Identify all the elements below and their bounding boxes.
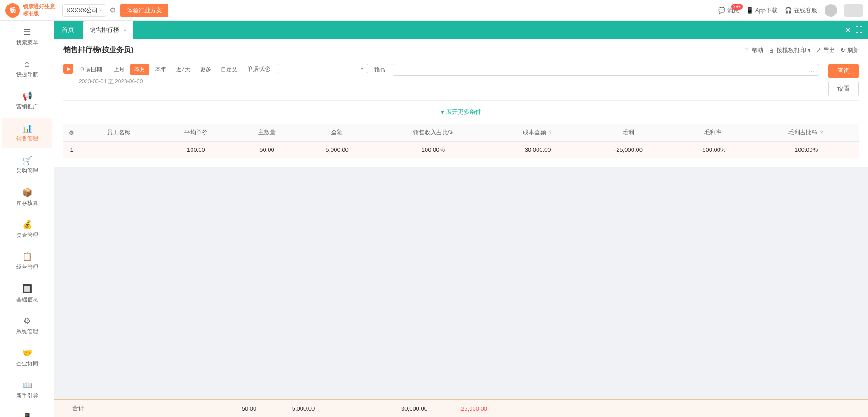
print-chevron-icon: ▾ [808,47,811,53]
status-filter-label: 单据状态 [247,65,270,73]
col-gross: 毛利 [585,124,672,142]
logo-text: 畅康通好生意 标准版 [23,3,55,17]
page-actions: ？ 帮助 🖨 按模板打印 ▾ ↗ 导出 [744,46,859,54]
money-icon: 💰 [22,220,32,230]
app-icon: 📱 [22,412,32,417]
total-label: 合计 [72,404,109,412]
help-button[interactable]: ？ 帮助 [744,46,763,54]
handshake-icon: 🤝 [22,348,32,358]
expand-more-button[interactable]: ▾ 展开更多条件 [441,108,481,116]
col-settings[interactable]: ⚙ [63,124,80,142]
company-selector[interactable]: XXXXX公司 ▾ [62,4,106,17]
online-service-button[interactable]: 🎧 在线客服 [785,6,817,14]
sidebar-item-guide[interactable]: 📖 新手引导 [2,375,52,405]
sidebar-item-marketing[interactable]: 📢 营销推广 [2,86,52,116]
tab-home[interactable]: 首页 [54,21,82,39]
goods-filter-group: 商品 ... [374,64,819,76]
sidebar-item-system[interactable]: ⚙ 系统管理 [2,311,52,341]
sidebar-label-guide: 新手引导 [16,392,38,400]
status-chevron-icon: ▾ [361,66,363,71]
page-header: 销售排行榜(按业务员) ？ 帮助 🖨 按模板打印 ▾ [54,39,868,59]
cell-name [80,142,157,158]
page-title: 销售排行榜(按业务员) [63,45,134,55]
sidebar-item-appstore[interactable]: 📱 应用中心 [2,407,52,417]
clipboard-icon: 📋 [22,252,32,262]
maximize-icon[interactable]: ⛶ [855,26,863,34]
date-filter-group: 单据日期 上月 本月 本年 近7天 更多 自定义 [79,64,241,86]
goods-input[interactable]: ... [393,64,819,76]
date-tab-custom[interactable]: 自定义 [217,64,241,75]
grosspct-help-icon[interactable]: ？ [819,129,824,136]
cell-revenue-pct: 100.00% [375,142,491,158]
sidebar-item-enterprise[interactable]: 🤝 企业协同 [2,343,52,373]
search-icon: ☰ [24,27,31,37]
table-wrapper: ⚙ 员工名称 平均单价 主数量 全额 销售收入占比% 成本全额 ？ 毛利 毛利率 [54,124,868,167]
date-tab-thismonth[interactable]: 本月 [130,64,149,75]
goods-filter-label: 商品 [374,66,385,74]
settings-icon: ⚙ [24,316,31,326]
home-icon: ⌂ [24,59,29,69]
data-table: ⚙ 员工名称 平均单价 主数量 全额 销售收入占比% 成本全额 ？ 毛利 毛利率 [63,124,859,158]
date-tabs: 上月 本月 本年 近7天 更多 自定义 [110,64,241,75]
setting-button[interactable]: 设置 [828,81,859,96]
cell-avg-price: 100.00 [157,142,235,158]
cell-cost: 30,000.00 [491,142,584,158]
tab-close-icon[interactable]: × [124,27,127,33]
cell-rank: 1 [63,142,80,158]
sidebar-label-finance: 资金管理 [16,231,38,239]
sidebar-item-inventory[interactable]: 📦 库存核算 [2,182,52,212]
cell-gross: -25,000.00 [585,142,672,158]
date-filter-label: 单据日期 [79,66,102,74]
sidebar-item-search[interactable]: ☰ 搜索菜单 [2,22,52,52]
logo: 畅 畅康通好生意 标准版 [5,3,55,18]
sidebar-item-basic-info[interactable]: 🔲 基础信息 [2,278,52,309]
sidebar-item-finance[interactable]: 💰 资金管理 [2,214,52,244]
col-employee: 员工名称 [80,124,157,142]
status-select[interactable]: ▾ [278,64,368,73]
message-badge: 99+ [731,4,743,10]
col-cost: 成本全额 ？ [491,124,584,142]
sidebar-item-purchase[interactable]: 🛒 采购管理 [2,150,52,180]
date-tab-thisyear[interactable]: 本年 [151,64,170,75]
cost-help-icon[interactable]: ？ [547,129,553,136]
gear-icon[interactable]: ⚙ [110,6,116,14]
box-icon: 📦 [22,187,32,197]
top-right-area: 💬 消息 99+ 📱 App下载 🎧 在线客服 [718,4,863,17]
close-window-icon[interactable]: ✕ [845,26,851,34]
goods-more-icon[interactable]: ... [809,66,814,73]
date-tab-lastmonth[interactable]: 上月 [110,64,129,75]
cell-gross-rate: -500.00% [672,142,753,158]
date-tab-7days[interactable]: 近7天 [172,64,194,75]
book-icon: 📖 [22,380,32,390]
avatar[interactable] [825,4,837,17]
sidebar-item-sales[interactable]: 📊 销售管理 [2,118,52,148]
expand-filter-icon[interactable]: ▶ [63,64,73,74]
date-tab-more[interactable]: 更多 [196,64,215,75]
template-print-button[interactable]: 🖨 按模板打印 ▾ [769,46,811,54]
mobile-icon: 📱 [746,7,753,14]
col-avg-price: 平均单价 [157,124,235,142]
total-qty: 50.00 [222,405,276,412]
status-filter-group: 单据状态 ▾ [247,64,368,73]
refresh-button[interactable]: ↻ 刷新 [840,46,859,54]
sidebar-label-quicknav: 快捷导航 [16,71,38,78]
sidebar-item-operations[interactable]: 📋 经营管理 [2,246,52,277]
tab-right-controls: ✕ ⛶ [845,26,868,34]
app-download-button[interactable]: 📱 App下载 [746,6,777,14]
tab-sales-ranking[interactable]: 销售排行榜 × [83,21,133,39]
expand-chevron-icon: ▾ [441,109,444,115]
cell-gross-pct: 100.00% [753,142,859,158]
message-button[interactable]: 💬 消息 99+ [718,6,739,14]
sidebar-label-purchase: 采购管理 [16,167,38,175]
sidebar-label-inventory: 库存核算 [16,199,38,207]
filter-section: ▶ 单据日期 上月 本月 本年 近 [54,59,868,124]
col-gross-pct: 毛利占比% ？ [753,124,859,142]
help-icon: ？ [744,46,750,54]
total-gross: -25,000.00 [444,405,503,412]
trial-button[interactable]: 体验行业方案 [120,4,168,17]
query-button[interactable]: 查询 [828,64,859,78]
cell-qty: 50.00 [235,142,299,158]
export-button[interactable]: ↗ 导出 [816,46,835,54]
col-gross-rate: 毛利率 [672,124,753,142]
sidebar-item-quicknav[interactable]: ⌂ 快捷导航 [2,54,52,84]
